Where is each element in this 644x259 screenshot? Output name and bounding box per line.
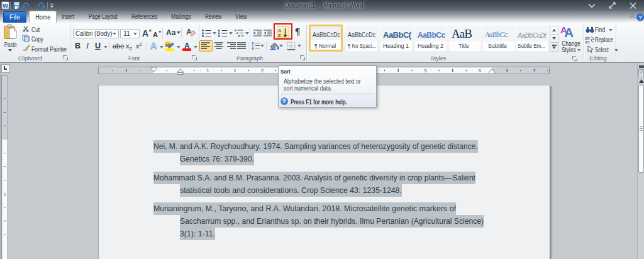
svg-text:ac: ac bbox=[585, 40, 590, 43]
svg-text:6: 6 bbox=[479, 68, 482, 74]
svg-text:2: 2 bbox=[261, 68, 264, 74]
svg-text:1: 1 bbox=[206, 68, 209, 74]
svg-text:5: 5 bbox=[424, 68, 427, 74]
svg-text:1: 1 bbox=[3, 192, 6, 197]
svg-text:7: 7 bbox=[533, 68, 536, 74]
svg-text:?: ? bbox=[638, 14, 642, 21]
